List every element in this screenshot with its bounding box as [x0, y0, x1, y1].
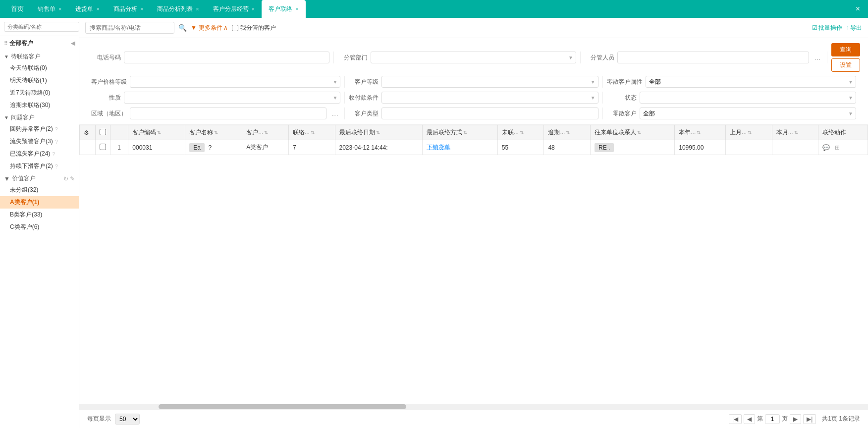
pay-cond-select[interactable] [381, 92, 598, 104]
close-sales-tab[interactable]: × [58, 6, 61, 12]
page-size-select[interactable]: 50 [115, 414, 140, 425]
last-method-link[interactable]: 下销货单 [427, 144, 450, 151]
my-customers-filter[interactable]: 我分管的客户 [232, 24, 276, 32]
sidebar-item-today[interactable]: 今天待联络(0) [0, 62, 79, 74]
close-all-tabs[interactable]: × [852, 4, 864, 13]
th-gear[interactable]: ⚙ [80, 125, 96, 140]
th-overdue[interactable]: 逾期... ⇅ [544, 125, 591, 140]
dept-select[interactable] [371, 52, 576, 63]
sidebar-item-class-a[interactable]: A类客户(1) [0, 196, 79, 209]
page-number-input[interactable] [765, 414, 780, 424]
th-check[interactable] [96, 125, 110, 140]
question-icon-1: ? [55, 139, 58, 145]
region-input[interactable] [130, 107, 326, 119]
scroll-track[interactable] [79, 404, 868, 409]
pagination: |◀ ◀ 第 页 ▶ ▶| 共1页 1条记录 [729, 414, 860, 424]
sidebar-item-tomorrow[interactable]: 明天待联络(1) [0, 74, 79, 87]
main-search-input[interactable] [85, 22, 174, 34]
price-grade-select[interactable] [130, 76, 340, 88]
region-label: 区域（地区） [91, 109, 127, 118]
next-page-btn[interactable]: ▶ [790, 414, 801, 424]
nav-tab-customer-contact[interactable]: 客户联络 × [262, 0, 305, 18]
arrow-icon-3: ▼ [4, 175, 10, 182]
action-icon-2[interactable]: ⊞ [835, 144, 840, 151]
row-last-method[interactable]: 下销货单 [423, 140, 498, 155]
query-button[interactable]: 查询 [831, 43, 860, 56]
export-btn[interactable]: ↑ 导出 [846, 24, 862, 32]
th-last-method[interactable]: 最后联络方式 ⇅ [423, 125, 498, 140]
sort-name-icon: ⇅ [214, 130, 218, 135]
customer-type-input[interactable] [381, 107, 598, 119]
sidebar-item-unclassified[interactable]: 未分组(32) [0, 184, 79, 196]
row-checkbox[interactable] [100, 144, 106, 150]
close-analysis-tab[interactable]: × [140, 6, 143, 12]
all-customers-header[interactable]: ⠿ 全部客户 ◀ [0, 36, 79, 51]
prev-page-btn[interactable]: ◀ [744, 414, 755, 424]
action-icon-1[interactable]: 💬 [822, 144, 830, 151]
sidebar-item-overdue[interactable]: 逾期未联络(30) [0, 99, 79, 111]
status-select[interactable] [640, 92, 856, 104]
nav-tab-product-list[interactable]: 商品分析列表 × [150, 0, 206, 18]
nav-home[interactable]: 首页 [4, 0, 31, 18]
settings-button[interactable]: 设置 [831, 58, 860, 72]
retail-customer-label: 零散客户 [607, 109, 637, 118]
my-customers-checkbox[interactable] [232, 25, 238, 31]
row-index: 1 [110, 140, 128, 155]
category-search-input[interactable] [4, 22, 79, 32]
nav-tab-customer-segment[interactable]: 客户分层经营 × [206, 0, 262, 18]
sidebar-item-7days[interactable]: 近7天待联络(0) [0, 87, 79, 99]
more-conditions-btn[interactable]: ▼ 更多条件 ∧ [191, 24, 228, 32]
th-code[interactable]: 客户编码 ⇅ [128, 125, 185, 140]
sidebar-item-class-b[interactable]: B类客户(33) [0, 209, 79, 221]
nature-wrap: ▼ [124, 92, 340, 104]
gear-icon[interactable]: ⚙ [84, 129, 89, 136]
th-last-month[interactable]: 上月... ⇅ [726, 125, 772, 140]
row-check[interactable] [96, 140, 110, 155]
region-dots[interactable]: … [329, 109, 340, 117]
row-action[interactable]: 💬 ⊞ [818, 140, 868, 155]
row-contact: 7 [288, 140, 335, 155]
scroll-thumb[interactable] [159, 404, 406, 409]
page-label: 第 [757, 415, 763, 423]
th-unit-contact[interactable]: 往来单位联系人 ⇅ [591, 125, 675, 140]
sidebar-item-churned[interactable]: 已流失客户(24) ? [0, 148, 79, 160]
th-action[interactable]: 联络动作 [818, 125, 868, 140]
customer-grade-select[interactable] [381, 76, 598, 88]
main-search-button[interactable]: 🔍 [178, 24, 187, 32]
retail-attr-wrap: 全部 ▼ [646, 76, 856, 88]
retail-attr-select[interactable]: 全部 [646, 76, 856, 88]
sort-date-icon: ⇅ [376, 130, 380, 135]
th-type[interactable]: 客户... ⇅ [242, 125, 289, 140]
first-page-btn[interactable]: |◀ [729, 414, 742, 424]
nav-tab-purchase[interactable]: 进货单 × [68, 0, 106, 18]
th-contact[interactable]: 联络... ⇅ [288, 125, 335, 140]
sidebar-item-class-c[interactable]: C类客户(6) [0, 221, 79, 233]
th-no-contact[interactable]: 未联... ⇅ [497, 125, 544, 140]
row-last-month [726, 140, 772, 155]
page-of-label: 页 [782, 415, 788, 423]
sidebar-item-repurchase[interactable]: 回购异常客户(2) ? [0, 123, 79, 135]
value-customers-group[interactable]: ▼ 价值客户 ↻ ✎ [0, 172, 79, 184]
th-this-month[interactable]: 本月... ⇅ [772, 125, 818, 140]
th-this-year[interactable]: 本年... ⇅ [675, 125, 726, 140]
sidebar-item-declining[interactable]: 持续下滑客户(2) ? [0, 160, 79, 172]
th-last-date[interactable]: 最后联络日期 ⇅ [335, 125, 423, 140]
th-name[interactable]: 客户名称 ⇅ [185, 125, 242, 140]
close-list-tab[interactable]: × [196, 6, 199, 12]
close-segment-tab[interactable]: × [252, 6, 255, 12]
close-purchase-tab[interactable]: × [96, 6, 99, 12]
person-dots[interactable]: … [812, 54, 823, 61]
select-all-checkbox[interactable] [100, 129, 106, 135]
last-page-btn[interactable]: ▶| [803, 414, 816, 424]
pending-contact-group[interactable]: ▼ 待联络客户 [0, 51, 79, 62]
person-input[interactable] [617, 52, 809, 63]
nav-tab-product-analysis[interactable]: 商品分析 × [107, 0, 150, 18]
nav-tab-sales[interactable]: 销售单 × [31, 0, 68, 18]
phone-input[interactable] [124, 52, 329, 63]
close-contact-tab[interactable]: × [295, 6, 298, 12]
problem-customers-group[interactable]: ▼ 问题客户 [0, 111, 79, 123]
retail-customer-select[interactable]: 全部 [640, 107, 856, 119]
nature-select[interactable] [124, 92, 340, 104]
sidebar-item-churn-warning[interactable]: 流失预警客户(3) ? [0, 135, 79, 148]
batch-action-btn[interactable]: ☑ 批量操作 [812, 24, 842, 32]
